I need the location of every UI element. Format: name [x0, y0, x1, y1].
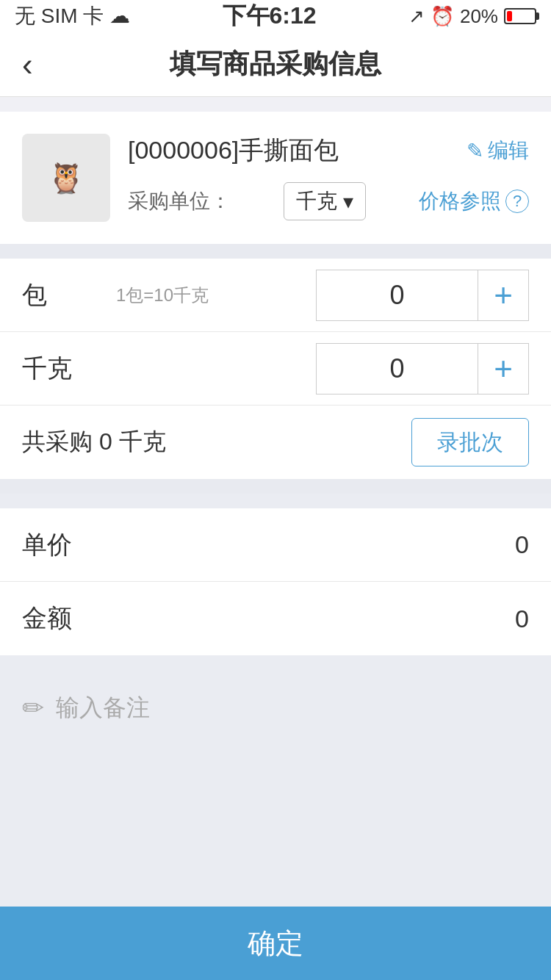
product-code: [0000006]: [128, 136, 239, 164]
product-card: 🦉 [0000006]手撕面包 ✎ 编辑 采购单位： 千克 ▾ 价格参照: [0, 112, 551, 244]
product-image: 🦉: [22, 134, 110, 222]
unit-value: 千克: [296, 187, 337, 215]
back-button[interactable]: ‹: [22, 48, 33, 81]
total-text: 共采购 0 千克: [22, 426, 166, 458]
amount-row: 金额 0: [0, 582, 551, 655]
bao-label: 包: [22, 278, 110, 312]
pencil-icon: ✏: [22, 693, 44, 724]
kg-label: 千克: [22, 352, 110, 386]
note-placeholder: 输入备注: [56, 692, 150, 724]
page-title: 填写商品采购信息: [170, 46, 381, 82]
purchase-unit-label: 采购单位：: [128, 187, 231, 215]
kg-input-wrap: +: [316, 343, 529, 394]
product-name-text: 手撕面包: [239, 136, 339, 164]
section-separator-2: [0, 479, 551, 494]
product-logo: 🦉: [48, 161, 84, 195]
amount-value: 0: [515, 605, 529, 633]
alarm-icon: ⏰: [431, 5, 454, 28]
bao-input-row: 包 1包=10千克 +: [0, 259, 551, 332]
battery-fill: [507, 11, 512, 21]
location-icon: ↗: [408, 5, 425, 28]
main-content: 🦉 [0000006]手撕面包 ✎ 编辑 采购单位： 千克 ▾ 价格参照: [0, 112, 551, 980]
kg-plus-button[interactable]: +: [478, 343, 529, 394]
product-title-row: [0000006]手撕面包 ✎ 编辑: [128, 134, 529, 167]
status-right: ↗ ⏰ 20%: [408, 5, 536, 28]
help-icon: ?: [505, 190, 529, 213]
chevron-down-icon: ▾: [343, 190, 353, 214]
edit-label: 编辑: [488, 137, 529, 165]
unit-price-value: 0: [515, 530, 529, 559]
edit-button[interactable]: ✎ 编辑: [467, 137, 529, 165]
bao-plus-button[interactable]: +: [478, 270, 529, 321]
total-row: 共采购 0 千克 录批次: [0, 406, 551, 479]
bao-sublabel: 1包=10千克: [116, 284, 316, 307]
battery-icon: [504, 8, 536, 24]
unit-price-row: 单价 0: [0, 508, 551, 582]
note-section[interactable]: ✏ 输入备注: [0, 670, 551, 746]
purchase-unit-row: 采购单位： 千克 ▾ 价格参照 ?: [128, 182, 529, 220]
confirm-button[interactable]: 确定: [0, 907, 551, 980]
product-info: [0000006]手撕面包 ✎ 编辑 采购单位： 千克 ▾ 价格参照 ?: [128, 134, 529, 220]
status-left: 无 SIM 卡 ☁: [15, 2, 130, 30]
batch-button[interactable]: 录批次: [411, 418, 529, 466]
kg-input[interactable]: [316, 343, 478, 394]
input-section: 包 1包=10千克 + 千克 + 共采购 0 千克 录批次: [0, 259, 551, 479]
section-separator-1: [0, 244, 551, 259]
amount-label: 金额: [22, 602, 72, 635]
edit-icon: ✎: [467, 139, 483, 163]
battery-percent: 20%: [460, 5, 498, 28]
product-name: [0000006]手撕面包: [128, 134, 339, 167]
sim-signal: 无 SIM 卡 ☁: [15, 2, 130, 30]
unit-price-label: 单价: [22, 528, 72, 562]
unit-select-dropdown[interactable]: 千克 ▾: [284, 182, 366, 220]
bao-input[interactable]: [316, 270, 478, 321]
confirm-button-label: 确定: [248, 925, 303, 962]
status-time: 下午6:12: [223, 0, 317, 32]
price-info-section: 单价 0 金额 0: [0, 508, 551, 655]
price-ref-button[interactable]: 价格参照 ?: [419, 187, 529, 215]
bao-input-wrap: +: [316, 270, 529, 321]
kg-input-row: 千克 +: [0, 332, 551, 406]
status-bar: 无 SIM 卡 ☁ 下午6:12 ↗ ⏰ 20%: [0, 0, 551, 32]
price-ref-label: 价格参照: [419, 187, 501, 215]
nav-bar: ‹ 填写商品采购信息: [0, 32, 551, 97]
